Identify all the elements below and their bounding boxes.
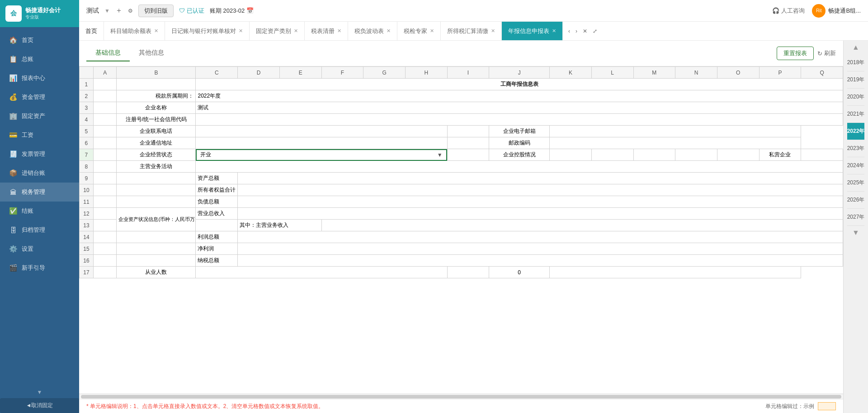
edit-info-text: * 单元格编辑说明：1、点击单元格直接录入数值或文本。2、清空单元格数值或文本恢… bbox=[86, 403, 324, 410]
horizontal-scrollbar[interactable] bbox=[79, 394, 843, 399]
reset-report-button[interactable]: 重置报表 bbox=[777, 47, 814, 60]
tab-close-icon[interactable]: ✕ bbox=[239, 28, 243, 34]
nav-icon: 🏛 bbox=[9, 188, 17, 196]
tab-close-icon[interactable]: ✕ bbox=[154, 28, 158, 34]
logo-icon: 会 bbox=[5, 5, 22, 22]
tab-税表清册[interactable]: 税表清册✕ bbox=[305, 22, 348, 41]
tab-所得税汇算清缴[interactable]: 所得税汇算清缴✕ bbox=[441, 22, 502, 41]
year-item-2022年[interactable]: 2022年 bbox=[847, 123, 865, 140]
business-status-cell[interactable]: 开业 ▼ bbox=[196, 149, 447, 161]
expand-tabs-icon[interactable]: ⤢ bbox=[591, 26, 599, 36]
sidebar-item-首页[interactable]: 🏠首页 bbox=[0, 31, 79, 50]
example-cell bbox=[818, 402, 836, 410]
table-row: 9 资产总额 bbox=[80, 173, 843, 184]
sidebar: 会 畅捷通好会计 专业版 🏠首页📋总账📊报表中心💰资金管理🏢固定资产💳工资🧾发票… bbox=[0, 0, 79, 413]
table-row: 1 工商年报信息表 bbox=[80, 79, 843, 90]
year-item-2019年[interactable]: 2019年 bbox=[847, 71, 865, 89]
table-row: 7 企业经营状态 开业 ▼ 企业控股情况 bbox=[80, 149, 843, 161]
table-row: 10 所有者权益合计 bbox=[80, 184, 843, 196]
sidebar-item-归档管理[interactable]: 🗄归档管理 bbox=[0, 221, 79, 239]
tab-close-icon[interactable]: ✕ bbox=[337, 28, 341, 34]
tab-首页[interactable]: 首页 bbox=[79, 22, 104, 41]
tab-close-icon[interactable]: ✕ bbox=[430, 28, 434, 34]
topbar-title: 测试 bbox=[86, 7, 99, 15]
tab-年报信息申报表[interactable]: 年报信息申报表✕ bbox=[502, 22, 563, 41]
nav-icon: 🧾 bbox=[9, 150, 17, 158]
year-item-2018年[interactable]: 2018年 bbox=[847, 54, 865, 71]
year-item-2024年[interactable]: 2024年 bbox=[847, 157, 865, 174]
sheet-tab-其他信息[interactable]: 其他信息 bbox=[130, 45, 173, 61]
table-row: 12 企业资产状况信息(币种：人民币万元) 营业总收入 bbox=[80, 208, 843, 220]
spreadsheet-area: 基础信息其他信息 重置报表 ↻ 刷新 bbox=[79, 41, 843, 413]
year-item-2020年[interactable]: 2020年 bbox=[847, 89, 865, 106]
dropdown-arrow-icon[interactable]: ▼ bbox=[104, 8, 110, 14]
table-row: 14 利润总额 bbox=[80, 231, 843, 243]
year-panel-up-icon[interactable]: ▲ bbox=[849, 41, 862, 54]
year-item-2027年[interactable]: 2027年 bbox=[847, 209, 865, 226]
sidebar-item-资金管理[interactable]: 💰资金管理 bbox=[0, 88, 79, 107]
nav-icon: 🎬 bbox=[9, 264, 17, 272]
year-item-2021年[interactable]: 2021年 bbox=[847, 106, 865, 123]
sidebar-item-工资[interactable]: 💳工资 bbox=[0, 126, 79, 145]
sidebar-item-税务管理[interactable]: 🏛税务管理 bbox=[0, 183, 79, 202]
tab-close-icon[interactable]: ✕ bbox=[387, 28, 391, 34]
tab-税负波动表[interactable]: 税负波动表✕ bbox=[348, 22, 397, 41]
sheet-tab-基础信息[interactable]: 基础信息 bbox=[86, 45, 130, 61]
tab-close-icon[interactable]: ✕ bbox=[294, 28, 298, 34]
year-panel-down-icon[interactable]: ▼ bbox=[849, 226, 862, 239]
logo-sub: 专业版 bbox=[25, 14, 61, 20]
table-row: 16 纳税总额 bbox=[80, 255, 843, 267]
table-row: 2 税款所属期间： 2022年度 bbox=[80, 90, 843, 102]
column-headers: A B C D E F G H I J K L bbox=[80, 67, 843, 79]
tab-close-icon[interactable]: ✕ bbox=[552, 28, 556, 34]
tab-科目辅助余额表[interactable]: 科目辅助余额表✕ bbox=[104, 22, 165, 41]
sidebar-item-进销台账[interactable]: 📦进销台账 bbox=[0, 164, 79, 183]
nav-icon: 💰 bbox=[9, 93, 17, 101]
sidebar-item-固定资产[interactable]: 🏢固定资产 bbox=[0, 107, 79, 126]
settings-icon[interactable]: ⚙ bbox=[128, 8, 133, 14]
logo-text: 畅捷通好会计 bbox=[25, 7, 61, 14]
sidebar-item-报表中心[interactable]: 📊报表中心 bbox=[0, 69, 79, 88]
nav-icon: 💳 bbox=[9, 131, 17, 139]
sidebar-item-发票管理[interactable]: 🧾发票管理 bbox=[0, 145, 79, 164]
nav-icon: 📦 bbox=[9, 169, 17, 177]
headset-icon: 🎧 bbox=[772, 7, 779, 14]
sidebar-nav: 🏠首页📋总账📊报表中心💰资金管理🏢固定资产💳工资🧾发票管理📦进销台账🏛税务管理✅… bbox=[0, 27, 79, 386]
tab-close-icon[interactable]: ✕ bbox=[491, 28, 495, 34]
sidebar-item-总账[interactable]: 📋总账 bbox=[0, 50, 79, 69]
tab-固定资产类别[interactable]: 固定资产类别✕ bbox=[250, 22, 305, 41]
tab-日记账与银行对账单核对[interactable]: 日记账与银行对账单核对✕ bbox=[165, 22, 250, 41]
table-row: 4 注册号/统一社会信用代码 bbox=[80, 114, 843, 126]
year-item-2025年[interactable]: 2025年 bbox=[847, 174, 865, 192]
nav-icon: 📋 bbox=[9, 55, 17, 63]
table-title-cell[interactable]: 工商年报信息表 bbox=[196, 79, 843, 90]
sidebar-item-新手引导[interactable]: 🎬新手引导 bbox=[0, 258, 79, 277]
tab-税检专家[interactable]: 税检专家✕ bbox=[397, 22, 441, 41]
table-row: 8 主营业务活动 bbox=[80, 161, 843, 173]
sidebar-scroll-down[interactable]: ▼ bbox=[0, 386, 79, 398]
dropdown-arrow-icon[interactable]: ▼ bbox=[437, 152, 443, 158]
tab-next-button[interactable]: › bbox=[574, 26, 579, 36]
nav-icon: 🗄 bbox=[9, 226, 17, 234]
user-menu[interactable]: Rit 畅捷通B组... bbox=[812, 4, 861, 18]
table-row: 15 净利润 bbox=[80, 243, 843, 255]
consult-button[interactable]: 🎧 人工咨询 bbox=[772, 7, 805, 15]
spreadsheet-table: A B C D E F G H I J K L bbox=[79, 66, 843, 278]
grid-scroll[interactable]: A B C D E F G H I J K L bbox=[79, 66, 843, 394]
sidebar-logo: 会 畅捷通好会计 专业版 bbox=[0, 0, 79, 27]
refresh-button[interactable]: ↻ 刷新 bbox=[817, 49, 836, 57]
year-item-2023年[interactable]: 2023年 bbox=[847, 140, 865, 157]
main-area: 测试 ▼ ＋ ⚙ 切到旧版 🛡 已认证 账期 2023-02 📅 🎧 人工咨询 … bbox=[79, 0, 868, 413]
add-tab-button[interactable]: ＋ bbox=[115, 6, 123, 15]
close-all-tabs-button[interactable]: ✕ bbox=[581, 26, 589, 36]
table-row: 3 企业名称 测试 bbox=[80, 102, 843, 114]
sheet-toolbar: 基础信息其他信息 重置报表 ↻ 刷新 bbox=[79, 41, 843, 66]
refresh-icon: ↻ bbox=[817, 50, 822, 57]
user-avatar: Rit bbox=[812, 4, 826, 18]
sidebar-item-设置[interactable]: ⚙️设置 bbox=[0, 239, 79, 258]
year-item-2026年[interactable]: 2026年 bbox=[847, 192, 865, 209]
sidebar-item-结账[interactable]: ✅结账 bbox=[0, 202, 79, 221]
cancel-fixed-button[interactable]: ◄取消固定 bbox=[0, 398, 79, 413]
switch-old-button[interactable]: 切到旧版 bbox=[138, 5, 174, 17]
tab-prev-button[interactable]: ‹ bbox=[566, 26, 572, 36]
